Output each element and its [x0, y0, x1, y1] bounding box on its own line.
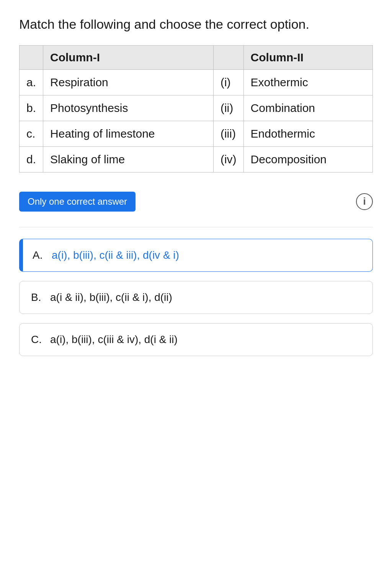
option-container: C.a(i), b(iii), c(iii & iv), d(i & ii): [19, 323, 373, 356]
match-table: Column-I Column-II a.Respiration(i)Exoth…: [19, 45, 373, 172]
option-container: A.a(i), b(iii), c(ii & iii), d(iv & i): [19, 239, 373, 272]
row-label: a.: [20, 69, 43, 95]
badge-container: Only one correct answer i: [19, 192, 373, 212]
divider: [19, 227, 373, 227]
col2-num-spacer: [213, 45, 243, 69]
option-box-b[interactable]: B.a(i & ii), b(iii), c(ii & i), d(ii): [19, 281, 373, 314]
table-row: d.Slaking of lime(iv)Decomposition: [20, 146, 373, 172]
col2-header: Column-II: [243, 45, 372, 69]
col1-header-spacer: [20, 45, 43, 69]
table-row: b.Photosynthesis(ii)Combination: [20, 95, 373, 121]
selected-accent: [21, 239, 23, 271]
option-container: B.a(i & ii), b(iii), c(ii & i), d(ii): [19, 281, 373, 314]
col2-cell: Decomposition: [243, 146, 372, 172]
col2-cell: Exothermic: [243, 69, 372, 95]
info-icon-button[interactable]: i: [356, 193, 373, 210]
table-row: c.Heating of limestone(iii)Endothermic: [20, 121, 373, 146]
col1-cell: Heating of limestone: [43, 121, 214, 146]
table-row: a.Respiration(i)Exothermic: [20, 69, 373, 95]
option-letter: C.: [31, 333, 50, 346]
col1-cell: Photosynthesis: [43, 95, 214, 121]
options-container: A.a(i), b(iii), c(ii & iii), d(iv & i)B.…: [19, 239, 373, 356]
option-box-a[interactable]: A.a(i), b(iii), c(ii & iii), d(iv & i): [19, 239, 373, 272]
row-number: (iii): [213, 121, 243, 146]
option-letter: A.: [33, 249, 52, 261]
question-text: Match the following and choose the corre…: [19, 15, 373, 34]
option-text: a(i), b(iii), c(iii & iv), d(i & ii): [50, 333, 178, 346]
answer-type-badge: Only one correct answer: [19, 192, 136, 212]
row-number: (i): [213, 69, 243, 95]
option-text: a(i & ii), b(iii), c(ii & i), d(ii): [50, 291, 172, 304]
col2-cell: Combination: [243, 95, 372, 121]
row-label: d.: [20, 146, 43, 172]
option-box-c[interactable]: C.a(i), b(iii), c(iii & iv), d(i & ii): [19, 323, 373, 356]
col1-cell: Slaking of lime: [43, 146, 214, 172]
row-number: (iv): [213, 146, 243, 172]
row-label: b.: [20, 95, 43, 121]
row-label: c.: [20, 121, 43, 146]
info-icon-label: i: [363, 195, 366, 207]
row-number: (ii): [213, 95, 243, 121]
option-text: a(i), b(iii), c(ii & iii), d(iv & i): [52, 249, 179, 261]
option-letter: B.: [31, 291, 50, 304]
col1-header: Column-I: [43, 45, 214, 69]
col1-cell: Respiration: [43, 69, 214, 95]
col2-cell: Endothermic: [243, 121, 372, 146]
